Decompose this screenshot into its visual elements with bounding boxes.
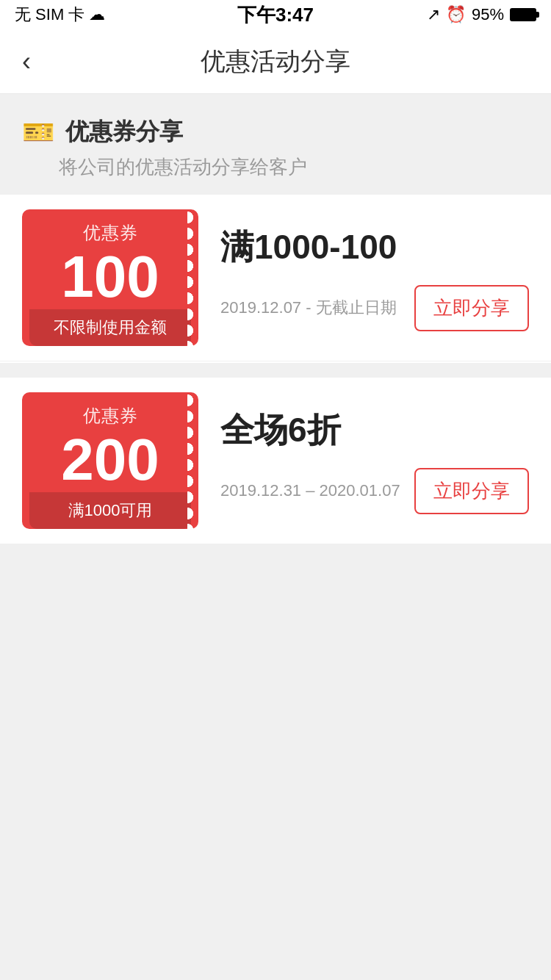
coupon-left-2: 优惠券 200 满1000可用	[22, 392, 198, 529]
coupon-bottom-row-1: 2019.12.07 - 无截止日期 立即分享	[220, 285, 529, 331]
coupon-right-1: 满1000-100 2019.12.07 - 无截止日期 立即分享	[198, 209, 529, 346]
battery-label: 95%	[472, 5, 504, 24]
nav-bar: ‹ 优惠活动分享	[0, 29, 551, 94]
coupon-amount-1: 100	[61, 248, 159, 306]
no-sim-label: 无 SIM 卡 ☁	[15, 4, 105, 26]
battery-icon	[510, 8, 536, 21]
section-header: 🎫 优惠券分享 将公司的优惠活动分享给客户	[0, 94, 551, 195]
coupon-card-1: 优惠券 100 不限制使用金额 满1000-100 2019.12.07 - 无…	[0, 195, 551, 361]
status-left: 无 SIM 卡 ☁	[15, 4, 105, 26]
status-bar: 无 SIM 卡 ☁ 下午3:47 ↗ ⏰ 95%	[0, 0, 551, 29]
share-button-2[interactable]: 立即分享	[414, 468, 529, 514]
card-separator	[0, 363, 551, 378]
coupon-date-1: 2019.12.07 - 无截止日期	[220, 297, 407, 319]
coupon-bottom-row-2: 2019.12.31 – 2020.01.07 立即分享	[220, 468, 529, 514]
coupon-right-2: 全场6折 2019.12.31 – 2020.01.07 立即分享	[198, 392, 529, 529]
page-title: 优惠活动分享	[201, 45, 350, 79]
coupon-type-label-1: 优惠券	[83, 221, 138, 245]
coupon-name-2: 全场6折	[220, 408, 529, 453]
coupon-type-label-2: 优惠券	[83, 404, 138, 428]
status-time: 下午3:47	[237, 2, 314, 28]
coupon-amount-2: 200	[61, 430, 159, 489]
status-right: ↗ ⏰ 95%	[427, 5, 536, 24]
coupon-icon: 🎫	[22, 117, 55, 148]
coupon-condition-1: 不限制使用金额	[29, 309, 191, 346]
coupon-left-1: 优惠券 100 不限制使用金额	[22, 209, 198, 346]
alarm-icon: ⏰	[446, 5, 466, 24]
coupon-date-2: 2019.12.31 – 2020.01.07	[220, 481, 407, 500]
section-title: 优惠券分享	[65, 116, 183, 148]
location-icon: ↗	[427, 5, 440, 24]
bottom-empty	[0, 546, 551, 913]
coupon-list: 优惠券 100 不限制使用金额 满1000-100 2019.12.07 - 无…	[0, 195, 551, 544]
section-subtitle: 将公司的优惠活动分享给客户	[22, 154, 529, 180]
coupon-condition-2: 满1000可用	[29, 492, 191, 529]
coupon-card-2: 优惠券 200 满1000可用 全场6折 2019.12.31 – 2020.0…	[0, 378, 551, 544]
back-button[interactable]: ‹	[22, 46, 31, 77]
share-button-1[interactable]: 立即分享	[414, 285, 529, 331]
section-title-row: 🎫 优惠券分享	[22, 116, 529, 148]
coupon-name-1: 满1000-100	[220, 225, 529, 270]
